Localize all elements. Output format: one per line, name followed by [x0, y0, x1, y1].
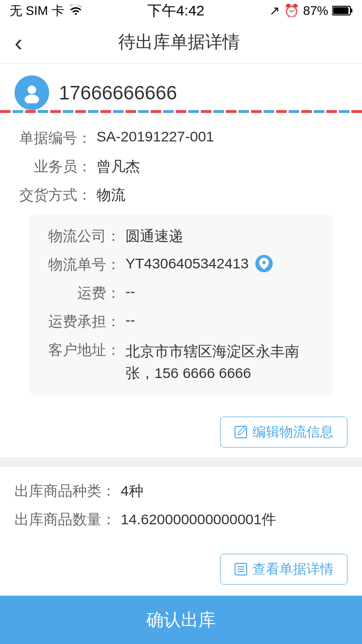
back-button[interactable]: ‹	[14, 30, 23, 55]
location-icon[interactable]	[255, 255, 273, 272]
confirm-button-label: 确认出库	[146, 608, 216, 632]
freight-bearer-label: 运费承担：	[43, 312, 121, 332]
document-number-row: 单据编号： SA-20191227-001	[14, 128, 348, 148]
carrier-text: 无 SIM 卡	[10, 2, 64, 19]
address-value: 北京市市辖区海淀区永丰南 张，156 6666 6666	[125, 340, 319, 384]
logistics-company-row: 物流公司： 圆通速递	[43, 226, 319, 246]
status-left: 无 SIM 卡	[10, 2, 83, 19]
freight-value: --	[125, 283, 319, 300]
nav-bar: ‹ 待出库单据详情	[0, 21, 362, 64]
svg-rect-1	[350, 9, 352, 13]
goods-types-row: 出库商品种类： 4种	[14, 481, 348, 501]
document-info-section: 单据编号： SA-20191227-001 业务员： 曾凡杰 交货方式： 物流 …	[0, 114, 362, 417]
battery-icon	[332, 5, 352, 16]
goods-types-label: 出库商品种类：	[14, 481, 116, 501]
freight-bearer-row: 运费承担： --	[43, 312, 319, 332]
location-icon: ↗	[269, 3, 280, 18]
wifi-icon	[69, 3, 83, 18]
dashed-divider	[0, 110, 362, 114]
battery-text: 87%	[303, 3, 328, 18]
avatar	[14, 75, 49, 110]
tracking-number: YT4306405342413	[125, 255, 249, 272]
logistics-tracking-row: 物流单号： YT4306405342413	[43, 255, 319, 275]
confirm-button-bar[interactable]: 确认出库	[0, 596, 362, 644]
section-divider	[0, 457, 362, 467]
logistics-tracking-label: 物流单号：	[43, 255, 121, 275]
freight-label: 运费：	[43, 283, 121, 303]
freight-bearer-value: --	[125, 312, 319, 328]
delivery-row: 交货方式： 物流	[14, 185, 348, 205]
goods-quantity-label: 出库商品数量：	[14, 510, 116, 530]
logistics-tracking-value: YT4306405342413	[125, 255, 319, 272]
freight-row: 运费： --	[43, 283, 319, 303]
delivery-value: 物流	[97, 185, 348, 205]
view-button-row: 查看单据详情	[0, 544, 362, 594]
svg-rect-2	[333, 7, 348, 14]
delivery-label: 交货方式：	[14, 185, 92, 205]
sales-rep-row: 业务员： 曾凡杰	[14, 157, 348, 177]
goods-quantity-row: 出库商品数量： 14.620000000000001件	[14, 510, 348, 530]
address-label: 客户地址：	[43, 340, 121, 360]
customer-header: 17666666666	[0, 64, 362, 110]
edit-logistics-button[interactable]: 编辑物流信息	[220, 417, 348, 448]
sales-rep-label: 业务员：	[14, 157, 92, 177]
status-right: ↗ ⏰ 87%	[269, 3, 352, 18]
document-number-value: SA-20191227-001	[97, 128, 348, 145]
logistics-company-value: 圆通速递	[125, 226, 319, 246]
edit-button-row: 编辑物流信息	[0, 417, 362, 457]
view-details-button[interactable]: 查看单据详情	[220, 554, 348, 585]
page-title: 待出库单据详情	[32, 30, 326, 54]
alarm-icon: ⏰	[284, 3, 299, 18]
logistics-company-label: 物流公司：	[43, 226, 121, 246]
sales-rep-value: 曾凡杰	[97, 157, 348, 177]
document-number-label: 单据编号：	[14, 128, 92, 148]
svg-point-4	[25, 95, 39, 103]
logistics-card: 物流公司： 圆通速递 物流单号： YT4306405342413 运费： -- …	[29, 215, 333, 395]
address-row: 客户地址： 北京市市辖区海淀区永丰南 张，156 6666 6666	[43, 340, 319, 384]
status-time: 下午4:42	[147, 1, 204, 21]
goods-quantity-value: 14.620000000000001件	[121, 510, 276, 530]
edit-logistics-label: 编辑物流信息	[252, 423, 334, 441]
goods-section: 出库商品种类： 4种 出库商品数量： 14.620000000000001件	[0, 467, 362, 544]
customer-phone: 17666666666	[59, 82, 177, 104]
goods-types-value: 4种	[121, 481, 143, 501]
view-details-label: 查看单据详情	[252, 560, 334, 578]
svg-point-3	[28, 85, 36, 94]
status-bar: 无 SIM 卡 下午4:42 ↗ ⏰ 87%	[0, 0, 362, 21]
